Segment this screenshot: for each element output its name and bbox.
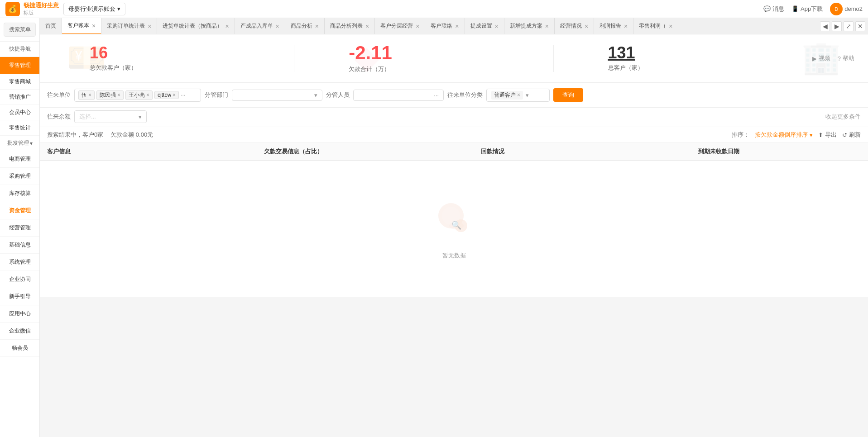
- export-label: 导出: [825, 131, 837, 139]
- search-menu-btn[interactable]: 搜索菜单: [4, 23, 36, 37]
- tag-chenmq[interactable]: 陈民强 ×: [96, 90, 124, 100]
- dept-select[interactable]: ▾: [232, 90, 322, 101]
- col-customer-info: 客户信息: [47, 147, 264, 156]
- unit-tag-input[interactable]: 伍 × 陈民强 × 王小亮 × cjttcw × ···: [74, 89, 201, 102]
- tab-close-icon[interactable]: ×: [148, 23, 151, 29]
- sidebar-item-app-center[interactable]: 应用中心: [0, 305, 39, 323]
- tab-prev-btn[interactable]: ◀: [820, 21, 830, 31]
- tag-close-icon[interactable]: ×: [88, 92, 91, 98]
- tag-close-icon[interactable]: ×: [517, 92, 520, 98]
- tab-close-icon[interactable]: ×: [495, 23, 499, 29]
- tab-close-icon[interactable]: ×: [225, 23, 229, 29]
- tag-close-icon[interactable]: ×: [173, 92, 176, 98]
- tab-label: 经营情况: [560, 22, 582, 30]
- sidebar-item-label: 采购管理: [9, 173, 31, 179]
- tab-product-analysis-list[interactable]: 商品分析列表 ×: [325, 18, 375, 34]
- tab-close-icon[interactable]: ×: [624, 23, 628, 29]
- tag-label: cjttcw: [158, 92, 171, 98]
- tab-close-all-btn[interactable]: ✕: [855, 21, 865, 31]
- table-header: 客户信息 欠款交易信息（占比） 回款情况 到期未收款日期: [40, 143, 868, 161]
- quick-nav-btn[interactable]: 快捷导航: [0, 42, 39, 57]
- refresh-icon: ↺: [842, 132, 847, 138]
- tag-label: 伍: [82, 91, 87, 99]
- sidebar-item-retail-shop[interactable]: 零售商城: [0, 74, 39, 90]
- tab-close-icon[interactable]: ×: [455, 23, 459, 29]
- tab-label: 产成品入库单: [240, 22, 273, 30]
- sidebar-item-retail-stat[interactable]: 零售统计: [0, 120, 39, 136]
- tab-close-icon[interactable]: ×: [545, 23, 549, 29]
- page-content: 💴 ◆ 🏢 16 总欠款客户（家） -2.11 欠款合计（万） 131 总客户（: [40, 34, 868, 437]
- sort-select[interactable]: 按欠款金额倒序排序 ▾: [755, 131, 813, 139]
- sidebar-item-operations[interactable]: 经营管理: [0, 219, 39, 237]
- sidebar-item-marketing[interactable]: 营销推广: [0, 90, 39, 105]
- tab-close-icon[interactable]: ×: [276, 23, 279, 29]
- tab-business-situation[interactable]: 经营情况 ×: [555, 18, 594, 34]
- tab-label: 采购订单统计表: [107, 22, 145, 30]
- more-tags-btn[interactable]: ···: [181, 92, 185, 98]
- tab-retail-profit[interactable]: 零售利润（ ×: [633, 18, 678, 34]
- tag-wu[interactable]: 伍 ×: [78, 90, 95, 100]
- unit-type-tag[interactable]: 普通客户 ×: [491, 91, 523, 100]
- sidebar-item-wholesale-mgmt[interactable]: 批发管理 ▾: [0, 136, 39, 151]
- user-label: demo2: [844, 5, 863, 12]
- sidebar-item-retail-mgmt[interactable]: 零售管理: [0, 57, 39, 74]
- chevron-down-icon: ▾: [117, 5, 120, 12]
- person-filter-label: 分管人员: [326, 91, 350, 99]
- ellipsis-icon[interactable]: ···: [434, 92, 439, 99]
- tab-close-icon[interactable]: ×: [669, 23, 672, 29]
- collapse-btn[interactable]: 收起更多条件: [825, 113, 861, 121]
- tab-customer-contact[interactable]: 客户联络 ×: [425, 18, 465, 34]
- tab-close-icon[interactable]: ×: [585, 23, 588, 29]
- tag-close-icon[interactable]: ×: [117, 92, 120, 98]
- tab-close-icon[interactable]: ×: [416, 23, 419, 29]
- tab-next-btn[interactable]: ▶: [832, 21, 842, 31]
- tab-profit-report[interactable]: 利润报告 ×: [594, 18, 633, 34]
- tab-commission-settings[interactable]: 提成设置 ×: [465, 18, 504, 34]
- col-due-date: 到期未收款日期: [698, 147, 861, 156]
- refresh-label: 刷新: [849, 131, 861, 139]
- tab-home[interactable]: 首页: [40, 18, 62, 34]
- sidebar-item-enterprise[interactable]: 企业协同: [0, 271, 39, 288]
- stat-num-debtors: 16: [90, 45, 276, 61]
- sidebar-item-inventory[interactable]: 库存核算: [0, 185, 39, 202]
- tag-cjttcw[interactable]: cjttcw ×: [154, 91, 179, 99]
- unit-type-select[interactable]: 普通客户 × ▾: [486, 89, 550, 102]
- tab-close-icon[interactable]: ×: [92, 23, 96, 29]
- person-select[interactable]: ···: [353, 90, 444, 101]
- suite-selector[interactable]: 母婴行业演示账套 ▾: [63, 3, 125, 15]
- app-download-btn[interactable]: 📱 App下载: [791, 5, 823, 13]
- chevron-down-icon: ▾: [314, 92, 317, 99]
- bg-warning-icon: ◆: [355, 39, 379, 76]
- tag-wangxl[interactable]: 王小亮 ×: [125, 90, 153, 100]
- sidebar-item-system[interactable]: 系统管理: [0, 254, 39, 271]
- tab-customer-ledger[interactable]: 客户账本 ×: [62, 18, 101, 34]
- dept-filter-label: 分管部门: [205, 91, 228, 99]
- sidebar-item-ecommerce[interactable]: 电商管理: [0, 151, 39, 168]
- tab-product-analysis[interactable]: 商品分析 ×: [285, 18, 325, 34]
- result-info: 搜索结果中，客户0家 欠款金额 0.00元: [47, 131, 153, 139]
- sidebar-item-guide[interactable]: 新手引导: [0, 288, 39, 305]
- tab-product-inbound[interactable]: 产成品入库单 ×: [235, 18, 285, 34]
- tab-purchase-order-stat[interactable]: 采购订单统计表 ×: [101, 18, 157, 34]
- query-button[interactable]: 查询: [553, 88, 583, 102]
- user-avatar-area[interactable]: D demo2: [830, 3, 863, 15]
- message-btn[interactable]: 💬 消息: [763, 5, 784, 13]
- tag-close-icon[interactable]: ×: [146, 92, 149, 98]
- tab-maximize-btn[interactable]: ⤢: [844, 21, 854, 31]
- sidebar-item-wechat[interactable]: 企业微信: [0, 323, 39, 340]
- sidebar-item-basic-info[interactable]: 基础信息: [0, 237, 39, 254]
- balance-select[interactable]: 选择... ▾: [74, 110, 147, 123]
- tab-close-icon[interactable]: ×: [315, 23, 319, 29]
- refresh-btn[interactable]: ↺ 刷新: [842, 131, 861, 139]
- sidebar-item-capital[interactable]: 资金管理: [0, 202, 39, 219]
- tab-add-commission[interactable]: 新增提成方案 ×: [504, 18, 555, 34]
- tab-goods-inbound-stat[interactable]: 进货单统计表（按商品） ×: [157, 18, 235, 34]
- tab-customer-tier[interactable]: 客户分层经营 ×: [375, 18, 425, 34]
- sidebar-item-member2[interactable]: 畅会员: [0, 340, 39, 357]
- sidebar-item-member[interactable]: 会员中心: [0, 105, 39, 120]
- export-btn[interactable]: ⬆ 导出: [818, 131, 837, 139]
- suite-label: 母婴行业演示账套: [68, 5, 115, 13]
- sidebar-item-purchase[interactable]: 采购管理: [0, 168, 39, 185]
- sidebar-item-label: 电商管理: [9, 156, 31, 162]
- tab-close-icon[interactable]: ×: [365, 23, 369, 29]
